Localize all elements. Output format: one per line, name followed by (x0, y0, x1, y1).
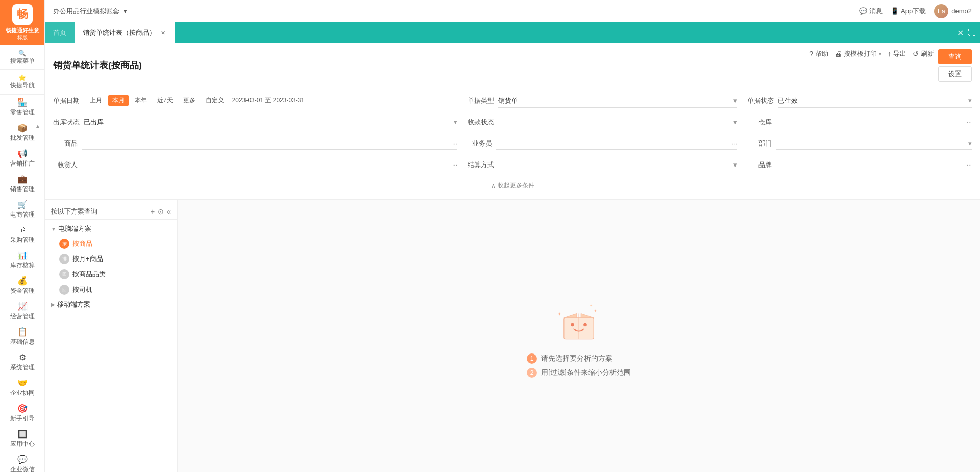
sidebar-item-purchase[interactable]: 🛍 采购管理 (0, 222, 44, 247)
sidebar-item-guide[interactable]: 🎯 新手引导 (0, 400, 44, 426)
page-actions: ? 帮助 🖨 按模板打印 ▾ ↑ 导出 ↺ (809, 49, 934, 58)
message-label: 消息 (869, 7, 883, 16)
tree-mobile-group[interactable]: ▶ 移动端方案 (45, 297, 177, 312)
query-button[interactable]: 查询 (938, 49, 972, 64)
date-tabs: 上月 本月 本年 近7天 更多 自定义 (86, 95, 228, 106)
content-area: 按以下方案查询 + ⊙ « ▼ 电脑端方案 按 按商品 (45, 200, 980, 472)
collapse-panel-icon[interactable]: « (167, 207, 171, 216)
tab-sales-stat[interactable]: 销货单统计表（按商品） ✕ (75, 22, 175, 43)
tree-desktop-group[interactable]: ▼ 电脑端方案 (45, 222, 177, 236)
tree-item-by-product-cat[interactable]: 回 按商品品类 (45, 267, 177, 282)
tab-close-icon[interactable]: ✕ (159, 29, 167, 37)
salesperson-more-icon[interactable]: ··· (732, 140, 737, 147)
quicknav-label: 快捷导航 (10, 81, 35, 90)
date-tab-this-month[interactable]: 本月 (108, 95, 129, 106)
filter-date: 单据日期 上月 本月 本年 近7天 更多 自定义 2023-03-01 至 20… (53, 92, 457, 109)
date-tab-7days[interactable]: 近7天 (153, 95, 177, 106)
template-print-label: 按模板打印 (844, 49, 877, 58)
date-tab-this-year[interactable]: 本年 (131, 95, 151, 106)
settlement-control[interactable]: ▾ (498, 159, 737, 171)
dept-control[interactable]: ▾ (776, 137, 972, 150)
dept-dropdown-icon: ▾ (968, 139, 972, 147)
app-download-button[interactable]: 📱 App下载 (891, 7, 926, 16)
user-profile[interactable]: Ea demo2 (934, 4, 972, 18)
brand-label: 品牌 (747, 160, 776, 170)
help-button[interactable]: ? 帮助 (809, 49, 828, 58)
product-label: 商品 (53, 139, 82, 148)
tab-minimize-icon[interactable]: ✕ (957, 28, 964, 38)
date-tab-more[interactable]: 更多 (179, 95, 200, 106)
sidebar-item-ecommerce[interactable]: 🛒 电商管理 (0, 197, 44, 222)
doc-status-control[interactable]: 已生效 ▾ (778, 94, 972, 108)
template-print-button[interactable]: 🖨 按模板打印 ▾ (835, 49, 881, 58)
finance-label: 资金管理 (10, 287, 35, 295)
date-control[interactable]: 上月 本月 本年 近7天 更多 自定义 2023-03-01 至 2023-03… (84, 93, 457, 108)
sidebar-item-wechat[interactable]: 💬 企业微信 (0, 452, 44, 472)
apps-icon: 🔲 (17, 429, 28, 439)
svg-text:✦: ✦ (557, 311, 561, 316)
search-menu-item[interactable]: 🔍 搜索菜单 (0, 45, 44, 70)
sidebar-item-enterprise[interactable]: 🤝 企业协同 (0, 375, 44, 400)
sidebar-item-system[interactable]: ⚙ 系统管理 (0, 349, 44, 375)
product-more-icon[interactable]: ··· (452, 140, 457, 147)
brand-more-icon[interactable]: ··· (967, 161, 972, 169)
page-title: 销货单统计表(按商品) (53, 59, 142, 72)
basic-icon: 📋 (17, 327, 28, 337)
filter-row-3: 商品 ··· 业务员 ··· 部门 (53, 135, 972, 152)
tab-bar: 首页 销货单统计表（按商品） ✕ ✕ ⛶ (45, 22, 980, 43)
warehouse-more-icon[interactable]: ··· (967, 119, 972, 126)
tree-item-by-month-product[interactable]: 排 按月+商品 (45, 251, 177, 267)
settings-button[interactable]: 设置 (938, 66, 972, 82)
wholesale-label: 批发管理 (10, 134, 35, 143)
sidebar-item-inventory[interactable]: 📊 库存核算 (0, 247, 44, 273)
industry-selector[interactable]: 办公用品行业模拟账套 ▾ (53, 7, 127, 16)
warehouse-control[interactable]: ··· (776, 116, 972, 128)
date-tab-custom[interactable]: 自定义 (202, 95, 228, 106)
by-product-cat-icon: 回 (59, 269, 69, 279)
wholesale-icon: 📦 (17, 123, 28, 133)
date-label: 单据日期 (53, 96, 84, 105)
export-button[interactable]: ↑ 导出 (888, 49, 906, 58)
sidebar-item-apps[interactable]: 🔲 应用中心 (0, 426, 44, 452)
tab-home[interactable]: 首页 (45, 22, 75, 43)
retail-icon: 🏪 (17, 98, 28, 107)
refresh-button[interactable]: ↺ 刷新 (913, 49, 934, 58)
receipt-status-control[interactable]: ▾ (498, 116, 737, 128)
product-control[interactable]: ··· (82, 138, 457, 150)
sidebar-item-basic[interactable]: 📋 基础信息 (0, 324, 44, 349)
out-status-control[interactable]: 已出库 ▾ (84, 115, 457, 129)
collapse-up-icon: ∧ (491, 182, 496, 190)
collapse-button[interactable]: ∧ 收起更多条件 (53, 178, 972, 193)
sidebar-item-sales[interactable]: 💼 销售管理 (0, 171, 44, 197)
salesperson-control[interactable]: ··· (496, 138, 737, 150)
sidebar-item-wholesale[interactable]: 📦 批发管理 ▲ (0, 120, 44, 146)
receiver-more-icon[interactable]: ··· (452, 161, 457, 169)
doc-type-control[interactable]: 销货单 ▾ (498, 94, 737, 108)
app-subtitle: 标版 (17, 34, 28, 41)
wechat-label: 企业微信 (10, 465, 35, 472)
sidebar-item-finance[interactable]: 💰 资金管理 (0, 273, 44, 298)
sidebar-item-operations[interactable]: 📈 经营管理 (0, 298, 44, 324)
settings-scheme-icon[interactable]: ⊙ (158, 207, 164, 216)
tree-item-by-product[interactable]: 按 按商品 (45, 236, 177, 251)
tree-item-by-printer[interactable]: 回 按司机 (45, 282, 177, 297)
quicknav-item[interactable]: ⭐ 快捷导航 (0, 70, 44, 95)
refresh-label: 刷新 (921, 49, 934, 58)
date-tab-last-month[interactable]: 上月 (86, 95, 106, 106)
receiver-label: 收货人 (53, 160, 82, 170)
brand-control[interactable]: ··· (776, 159, 972, 171)
date-range-value: 2023-03-01 至 2023-03-31 (232, 96, 304, 105)
sidebar-item-retail[interactable]: 🏪 零售管理 (0, 95, 44, 120)
message-button[interactable]: 💬 消息 (859, 7, 883, 16)
sidebar-item-marketing[interactable]: 📢 营销推广 (0, 146, 44, 171)
filter-out-status: 出库状态 已出库 ▾ (53, 114, 457, 130)
top-header: 办公用品行业模拟账套 ▾ 💬 消息 📱 App下载 Ea demo2 (45, 0, 980, 22)
add-scheme-icon[interactable]: + (151, 207, 155, 216)
tab-maximize-icon[interactable]: ⛶ (968, 28, 976, 37)
app-logo[interactable]: 畅 畅捷通好生意 标版 (0, 0, 44, 45)
empty-state: ✦ ✦ ✦ 1 请先选择要分析的方案 2 (527, 294, 631, 378)
inventory-label: 库存核算 (10, 261, 35, 270)
marketing-icon: 📢 (17, 149, 28, 158)
left-panel-header: 按以下方案查询 + ⊙ « (45, 204, 177, 220)
receiver-control[interactable]: ··· (82, 159, 457, 171)
